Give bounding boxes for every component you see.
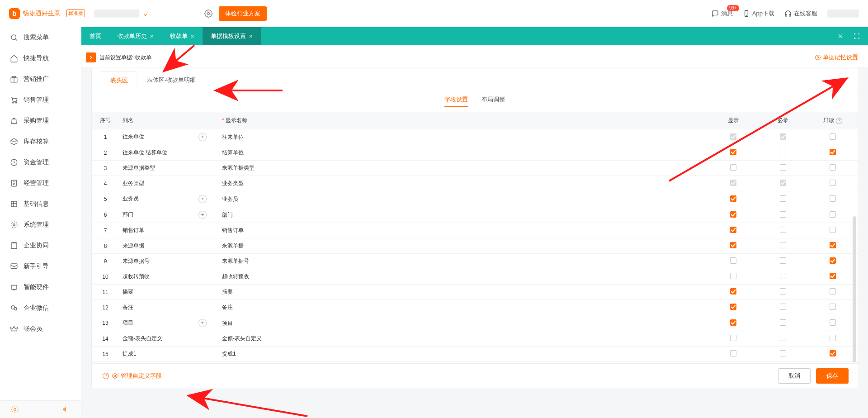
checkbox[interactable] (830, 180, 836, 186)
checkbox[interactable] (780, 164, 786, 171)
checkbox[interactable] (780, 227, 786, 233)
sidebar-item-search[interactable]: 搜索菜单 (0, 27, 81, 48)
checkbox[interactable] (780, 350, 786, 356)
checkbox[interactable] (830, 319, 836, 326)
checkbox[interactable] (730, 350, 736, 356)
cell-display[interactable]: 销售订单 (218, 223, 708, 238)
cancel-button[interactable]: 取消 (778, 368, 811, 384)
org-selector[interactable]: ⌄ (94, 10, 198, 18)
tab-收款单历史[interactable]: 收款单历史✕ (109, 27, 162, 45)
add-icon[interactable]: + (198, 319, 207, 327)
gear-icon[interactable] (204, 10, 212, 18)
checkbox[interactable] (830, 304, 836, 310)
close-all-button[interactable] (835, 30, 846, 42)
checkbox[interactable] (730, 335, 736, 341)
close-icon[interactable]: ✕ (249, 33, 253, 39)
checkbox[interactable] (780, 288, 786, 294)
checkbox[interactable] (780, 195, 786, 202)
cell-display[interactable]: 来源单据类型 (218, 161, 708, 176)
checkbox[interactable] (830, 195, 836, 202)
cell-display[interactable]: 项目 (218, 315, 708, 331)
customer-service-link[interactable]: 在线客服 (784, 10, 817, 18)
help-icon[interactable]: ? (836, 118, 842, 124)
checkbox[interactable] (730, 257, 736, 264)
sidebar-item-vip[interactable]: 畅会员 (0, 318, 81, 339)
tab-单据模板设置[interactable]: 单据模板设置✕ (203, 27, 261, 45)
checkbox[interactable] (780, 273, 786, 279)
sidebar-item-sys[interactable]: 系统管理 (0, 214, 81, 235)
mode-tab[interactable]: 布局调整 (481, 95, 505, 107)
checkbox[interactable] (780, 211, 786, 218)
checkbox[interactable] (780, 304, 786, 310)
scrollbar[interactable] (853, 216, 856, 362)
checkbox[interactable] (730, 164, 736, 171)
checkbox[interactable] (780, 319, 786, 326)
checkbox[interactable] (830, 288, 836, 294)
cell-display[interactable]: 提成1 (218, 347, 708, 362)
checkbox[interactable] (780, 149, 786, 155)
checkbox[interactable] (730, 304, 736, 310)
checkbox[interactable] (830, 257, 836, 264)
settings-icon[interactable] (11, 405, 19, 413)
checkbox[interactable] (780, 335, 786, 341)
region-tab[interactable]: 表体区-收款单明细 (137, 71, 205, 89)
checkbox[interactable] (830, 273, 836, 279)
cell-display[interactable]: 往来单位 (218, 129, 708, 145)
manage-custom-fields-link[interactable]: ? 管理自定义字段 (101, 372, 162, 380)
sidebar-item-box[interactable]: 库存核算 (0, 131, 81, 152)
sidebar-item-team[interactable]: 企业协同 (0, 235, 81, 256)
memory-settings-link[interactable]: 单据记忆设置 (815, 53, 858, 62)
tab-首页[interactable]: 首页 (81, 27, 109, 45)
collapse-toggle[interactable] (86, 52, 96, 62)
region-tab[interactable]: 表头区 (101, 71, 137, 89)
checkbox[interactable] (830, 164, 836, 171)
sidebar-item-home[interactable]: 快捷导航 (0, 48, 81, 69)
add-icon[interactable]: + (198, 133, 207, 141)
sidebar-item-hw[interactable]: 智能硬件 (0, 277, 81, 298)
save-button[interactable]: 保存 (816, 368, 849, 384)
cell-display[interactable]: 业务员 (218, 191, 708, 207)
checkbox[interactable] (730, 211, 736, 218)
cell-display[interactable]: 备注 (218, 300, 708, 315)
sidebar-item-cart[interactable]: 销售管理 (0, 90, 81, 110)
cell-display[interactable]: 摘要 (218, 285, 708, 300)
checkbox[interactable] (830, 350, 836, 356)
cell-display[interactable]: 部门 (218, 207, 708, 223)
add-icon[interactable]: + (198, 195, 207, 203)
close-icon[interactable]: ✕ (150, 33, 154, 39)
fullscreen-button[interactable] (851, 30, 863, 42)
experience-button[interactable]: 体验行业方案 (219, 6, 267, 21)
checkbox[interactable] (730, 288, 736, 294)
checkbox[interactable] (730, 242, 736, 248)
checkbox[interactable] (730, 195, 736, 202)
messages-link[interactable]: 消息 99+ (712, 10, 733, 18)
close-icon[interactable]: ✕ (190, 33, 194, 39)
sound-icon[interactable] (62, 405, 70, 413)
checkbox[interactable] (730, 273, 736, 279)
mode-tab[interactable]: 字段设置 (444, 95, 468, 107)
cell-display[interactable]: 来源单据 (218, 238, 708, 254)
cell-display[interactable]: 结算单位 (218, 145, 708, 161)
checkbox[interactable] (780, 242, 786, 248)
checkbox[interactable] (830, 335, 836, 341)
checkbox[interactable] (830, 149, 836, 155)
sidebar-item-doc[interactable]: 经营管理 (0, 173, 81, 194)
sidebar-item-wallet[interactable]: 资金管理 (0, 152, 81, 173)
add-icon[interactable]: + (198, 211, 207, 219)
checkbox[interactable] (830, 242, 836, 248)
cell-display[interactable]: 超收转预收 (218, 269, 708, 285)
sidebar-item-gift[interactable]: 营销推广 (0, 69, 81, 90)
checkbox[interactable] (830, 227, 836, 233)
cell-display[interactable]: 来源单据号 (218, 254, 708, 269)
checkbox[interactable] (730, 319, 736, 326)
checkbox[interactable] (730, 227, 736, 233)
checkbox[interactable] (780, 257, 786, 264)
tab-收款单[interactable]: 收款单✕ (162, 27, 203, 45)
cell-display[interactable]: 业务类型 (218, 176, 708, 191)
checkbox[interactable] (830, 133, 836, 140)
sidebar-item-db[interactable]: 基础信息 (0, 194, 81, 214)
checkbox[interactable] (830, 211, 836, 218)
sidebar-item-bag[interactable]: 采购管理 (0, 110, 81, 131)
cell-display[interactable]: 金额-表头自定义 (218, 331, 708, 347)
user-avatar-blurred[interactable] (827, 10, 859, 18)
